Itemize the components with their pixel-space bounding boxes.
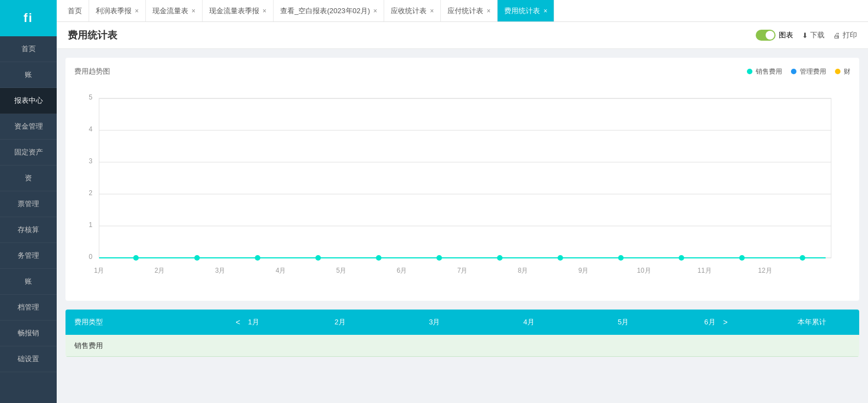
chart-toggle[interactable]	[756, 30, 776, 41]
data-point-sep	[618, 255, 624, 261]
data-point-mar	[255, 255, 260, 261]
tab-payable[interactable]: 应付统计表 ×	[441, 0, 498, 22]
th-ytd: 本年累计	[765, 317, 859, 327]
download-icon: ⬇	[802, 31, 808, 40]
th-type: 费用类型	[65, 317, 199, 327]
data-point-jul	[497, 255, 503, 261]
print-icon: 🖨	[833, 31, 840, 40]
legend-sales-dot	[747, 69, 752, 74]
legend-finance-label: 财	[844, 67, 850, 76]
sidebar-item-home[interactable]: 首页	[0, 36, 57, 62]
data-point-apr	[315, 255, 321, 261]
svg-text:1: 1	[89, 221, 92, 229]
close-tab-blank-report[interactable]: ×	[373, 7, 377, 15]
svg-text:3月: 3月	[215, 267, 226, 274]
sidebar: fi 首页 账 报表中心 资金管理 固定资产 资 票管理 存核算 务管理 账 档…	[0, 0, 57, 403]
tab-expense-stats[interactable]: 费用统计表 ×	[498, 0, 554, 22]
svg-text:8月: 8月	[518, 267, 528, 274]
close-tab-cashflow-quarterly[interactable]: ×	[263, 7, 266, 15]
sidebar-item-reports[interactable]: 报表中心	[0, 88, 57, 114]
page-header: 费用统计表 图表 ⬇ 下载 🖨 打印	[57, 22, 868, 49]
header-actions: 图表 ⬇ 下载 🖨 打印	[756, 30, 857, 41]
chart-header: 费用趋势图 销售费用 管理费用 财	[74, 67, 850, 76]
legend-admin-dot	[791, 69, 796, 74]
svg-text:7月: 7月	[457, 267, 468, 274]
chart-section: 费用趋势图 销售费用 管理费用 财	[65, 58, 859, 301]
tab-home[interactable]: 首页	[61, 0, 89, 22]
legend-finance-dot	[835, 69, 840, 74]
close-tab-cashflow[interactable]: ×	[192, 7, 195, 15]
nav-next-button[interactable]: >	[720, 317, 731, 328]
th-col4: 4月	[482, 317, 576, 327]
sidebar-item-resource[interactable]: 资	[0, 165, 57, 191]
sidebar-item-assets[interactable]: 固定资产	[0, 140, 57, 165]
sidebar-item-account[interactable]: 账	[0, 62, 57, 88]
svg-text:11月: 11月	[697, 267, 711, 274]
svg-text:6月: 6月	[397, 267, 407, 274]
trend-chart: 0 1 2 3 4 5	[74, 83, 850, 292]
legend-sales: 销售费用	[747, 67, 782, 76]
svg-rect-12	[99, 98, 831, 258]
chart-container: 0 1 2 3 4 5	[74, 83, 850, 292]
tab-cashflow[interactable]: 现金流量表 ×	[146, 0, 203, 22]
svg-text:12月: 12月	[758, 267, 772, 274]
sidebar-item-ledger[interactable]: 账	[0, 269, 57, 295]
main-content: 费用趋势图 销售费用 管理费用 财	[57, 49, 868, 403]
chart-legend: 销售费用 管理费用 财	[747, 67, 850, 76]
svg-text:10月: 10月	[637, 267, 651, 274]
main-area: 首页 利润表季报 × 现金流量表 × 现金流量表季报 × 查看_空白报表(202…	[57, 0, 868, 403]
legend-sales-label: 销售费用	[756, 67, 782, 76]
close-tab-expense-stats[interactable]: ×	[543, 7, 547, 15]
table-section: 费用类型 < 1月 2月 3月 4月 5月 6月 >	[65, 310, 859, 357]
svg-text:1月: 1月	[94, 267, 105, 274]
table-header: 费用类型 < 1月 2月 3月 4月 5月 6月 >	[65, 310, 859, 335]
data-point-feb	[194, 255, 200, 261]
data-point-may	[376, 255, 381, 261]
data-point-dec	[800, 255, 805, 261]
close-tab-profit-quarterly[interactable]: ×	[135, 7, 139, 15]
sidebar-item-invoice[interactable]: 票管理	[0, 191, 57, 217]
chart-toggle-wrap: 图表	[756, 30, 793, 41]
th-col1: < 1月	[199, 317, 293, 328]
th-col6: 6月 >	[670, 317, 765, 328]
svg-text:2: 2	[89, 189, 92, 197]
sidebar-item-settings[interactable]: 础设置	[0, 346, 57, 372]
th-col3: 3月	[387, 317, 482, 327]
sidebar-item-service[interactable]: 务管理	[0, 243, 57, 269]
close-tab-payable[interactable]: ×	[487, 7, 490, 15]
data-point-aug	[558, 255, 563, 261]
toggle-label: 图表	[779, 30, 793, 40]
print-button[interactable]: 🖨 打印	[833, 30, 857, 40]
legend-finance: 财	[835, 67, 850, 76]
td-type-sales: 销售费用	[65, 341, 199, 351]
tab-profit-quarterly[interactable]: 利润表季报 ×	[89, 0, 146, 22]
tab-bar: 首页 利润表季报 × 现金流量表 × 现金流量表季报 × 查看_空白报表(202…	[57, 0, 868, 22]
th-col5: 5月	[576, 317, 670, 327]
svg-text:9月: 9月	[578, 267, 589, 274]
sidebar-item-funds[interactable]: 资金管理	[0, 114, 57, 140]
svg-text:5: 5	[89, 93, 92, 101]
data-point-oct	[679, 255, 684, 261]
data-point-jun	[436, 255, 442, 261]
tab-receivable[interactable]: 应收统计表 ×	[384, 0, 441, 22]
svg-text:4月: 4月	[276, 267, 286, 274]
data-point-jan	[133, 255, 139, 261]
sidebar-item-inventory[interactable]: 存核算	[0, 217, 57, 243]
svg-text:4: 4	[89, 125, 92, 133]
nav-prev-button[interactable]: <	[232, 317, 243, 328]
svg-text:3: 3	[89, 157, 92, 165]
page-title: 费用统计表	[68, 29, 117, 42]
legend-admin-label: 管理费用	[800, 67, 826, 76]
sidebar-item-archive[interactable]: 档管理	[0, 295, 57, 321]
download-button[interactable]: ⬇ 下载	[802, 30, 825, 40]
tab-cashflow-quarterly[interactable]: 现金流量表季报 ×	[203, 0, 274, 22]
table-row-sales: 销售费用	[65, 335, 859, 357]
close-tab-receivable[interactable]: ×	[430, 7, 434, 15]
sidebar-logo: fi	[0, 0, 57, 36]
svg-text:5月: 5月	[336, 267, 347, 274]
sidebar-item-expense[interactable]: 畅报销	[0, 321, 57, 346]
tab-blank-report[interactable]: 查看_空白报表(2023年02月) ×	[274, 0, 384, 22]
legend-admin: 管理费用	[791, 67, 826, 76]
svg-text:2月: 2月	[155, 267, 165, 274]
data-point-nov	[739, 255, 745, 261]
